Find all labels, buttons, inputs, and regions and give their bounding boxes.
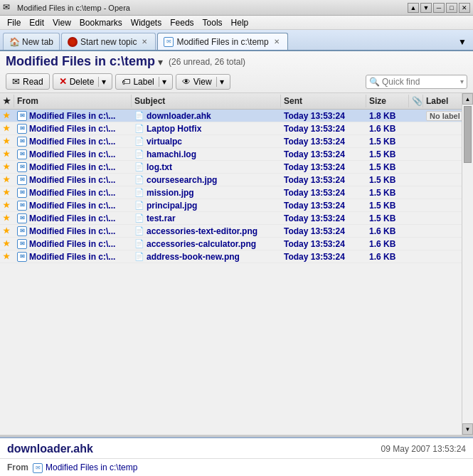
header-sent[interactable]: Sent bbox=[281, 95, 366, 107]
size-header-label: Size bbox=[369, 96, 386, 106]
search-dropdown-icon[interactable]: ▾ bbox=[460, 78, 464, 85]
subject-text: address-book-new.png bbox=[147, 252, 240, 262]
message-icon: ✉ bbox=[17, 162, 27, 172]
delete-label: Delete bbox=[70, 77, 95, 87]
search-input[interactable] bbox=[382, 77, 460, 87]
row-size-text: 1.8 KB bbox=[369, 111, 395, 121]
table-row[interactable]: ★ ✉Modified Files in c:\... 📄principal.j… bbox=[0, 199, 462, 212]
tab-new-tab[interactable]: 🏠 New tab bbox=[3, 33, 60, 50]
size-text: 1.6 KB bbox=[369, 252, 395, 262]
sent-text: Today 13:53:24 bbox=[284, 239, 345, 249]
row-from: ✉Modified Files in c:\... bbox=[14, 110, 132, 122]
header-attach[interactable]: 📎 bbox=[409, 95, 423, 107]
menu-view[interactable]: View bbox=[48, 16, 75, 29]
row-sent: Today 13:53:24 bbox=[281, 110, 366, 122]
header-size[interactable]: Size bbox=[366, 95, 409, 107]
table-row[interactable]: ★ ✉Modified Files in c:\... 📄Laptop Hotf… bbox=[0, 122, 462, 135]
from-header-label: From bbox=[17, 96, 38, 106]
message-icon: ✉ bbox=[17, 201, 27, 211]
no-label-text: No label bbox=[430, 112, 460, 120]
header-subject[interactable]: Subject bbox=[132, 95, 281, 107]
file-icon: 📄 bbox=[134, 137, 144, 146]
subject-text: test.rar bbox=[147, 213, 176, 223]
menu-widgets[interactable]: Widgets bbox=[127, 16, 166, 29]
from-text: Modified Files in c:\... bbox=[29, 124, 115, 134]
table-row[interactable]: ★ ✉Modified Files in c:\... 📄hamachi.log… bbox=[0, 148, 462, 161]
tab-modified-files-close[interactable]: ✕ bbox=[272, 37, 282, 47]
menu-feeds[interactable]: Feeds bbox=[166, 16, 198, 29]
delete-arrow-icon[interactable]: ▾ bbox=[98, 77, 106, 87]
tab-start-new-topic-close[interactable]: ✕ bbox=[139, 37, 149, 47]
sent-text: Today 13:53:24 bbox=[284, 162, 345, 172]
star-icon: ★ bbox=[3, 162, 10, 171]
sent-text: Today 13:53:24 bbox=[284, 149, 345, 159]
read-button[interactable]: ✉ Read bbox=[6, 73, 50, 90]
tab-modified-files-label: Modified Files in c:\temp bbox=[176, 37, 268, 47]
size-text: 1.5 KB bbox=[369, 175, 395, 185]
chevron-down-icon: ▼ bbox=[458, 37, 467, 47]
message-icon: ✉ bbox=[17, 226, 27, 236]
row-star: ★ bbox=[0, 110, 14, 121]
table-row[interactable]: ★ ✉Modified Files in c:\... 📄accessories… bbox=[0, 238, 462, 250]
sent-header-label: Sent bbox=[284, 96, 302, 106]
sent-text: Today 13:53:24 bbox=[284, 201, 345, 211]
menu-help[interactable]: Help bbox=[227, 16, 253, 29]
header-label[interactable]: Label bbox=[423, 95, 462, 107]
menu-tools[interactable]: Tools bbox=[198, 16, 227, 29]
file-icon: 📄 bbox=[134, 162, 144, 171]
scroll-down-icon[interactable]: ▼ bbox=[462, 423, 473, 435]
scroll-up-btn[interactable]: ▲ bbox=[408, 3, 419, 13]
preview-date: 09 May 2007 13:53:24 bbox=[381, 444, 466, 454]
size-text: 1.5 KB bbox=[369, 149, 395, 159]
page-title-arrow[interactable]: ▾ bbox=[158, 56, 163, 68]
table-row[interactable]: ★ ✉Modified Files in c:\... 📄mission.jpg… bbox=[0, 186, 462, 199]
sent-text: Today 13:53:24 bbox=[284, 137, 345, 147]
header-from[interactable]: From bbox=[14, 95, 132, 107]
scroll-down-btn[interactable]: ▼ bbox=[420, 3, 432, 13]
tab-start-new-topic[interactable]: Start new topic ✕ bbox=[61, 33, 156, 50]
size-text: 1.5 KB bbox=[369, 162, 395, 172]
read-label: Read bbox=[23, 77, 43, 87]
table-row[interactable]: ★ ✉Modified Files in c:\... 📄log.txt Tod… bbox=[0, 161, 462, 174]
row-sent-text: Today 13:53:24 bbox=[284, 111, 345, 121]
header-star[interactable]: ★ bbox=[0, 95, 14, 107]
table-row[interactable]: ★ ✉Modified Files in c:\... 📄accessories… bbox=[0, 225, 462, 238]
close-btn[interactable]: ✕ bbox=[459, 3, 470, 13]
message-icon: ✉ bbox=[17, 175, 27, 185]
row-from-text: Modified Files in c:\... bbox=[29, 111, 115, 121]
view-button[interactable]: 👁 View ▾ bbox=[176, 74, 230, 90]
tab-modified-files[interactable]: ✉ Modified Files in c:\temp ✕ bbox=[157, 33, 287, 50]
delete-button[interactable]: ✕ Delete ▾ bbox=[53, 73, 113, 90]
view-arrow-icon[interactable]: ▾ bbox=[216, 77, 224, 87]
table-row[interactable]: ★ ✉Modified Files in c:\... 📄coursesearc… bbox=[0, 174, 462, 186]
message-icon: ✉ bbox=[17, 111, 27, 121]
preview-from-row: From ✉ Modified Files in c:\temp bbox=[0, 459, 473, 476]
menu-bar: File Edit View Bookmarks Widgets Feeds T… bbox=[0, 16, 473, 30]
scroll-track[interactable] bbox=[462, 105, 473, 423]
label-arrow-icon[interactable]: ▾ bbox=[159, 77, 166, 87]
list-scrollbar: ▲ ▼ bbox=[462, 93, 473, 435]
from-text: Modified Files in c:\... bbox=[29, 149, 115, 159]
table-row[interactable]: ★ ✉Modified Files in c:\... 📄test.rar To… bbox=[0, 212, 462, 225]
file-icon: 📄 bbox=[134, 213, 144, 223]
table-row[interactable]: ★ ✉Modified Files in c:\... 📄address-boo… bbox=[0, 250, 462, 263]
menu-bookmarks[interactable]: Bookmarks bbox=[75, 16, 127, 29]
table-row[interactable]: ★ ✉Modified Files in c:\... 📄virtualpc T… bbox=[0, 135, 462, 148]
tab-dropdown-btn[interactable]: ▼ bbox=[455, 34, 470, 50]
maximize-btn[interactable]: □ bbox=[446, 3, 457, 13]
row-attach bbox=[409, 115, 423, 117]
preview-pane: downloader.ahk 09 May 2007 13:53:24 From… bbox=[0, 437, 473, 476]
star-icon: ★ bbox=[3, 188, 10, 197]
table-row[interactable]: ★ ✉Modified Files in c:\... 📄downloader.… bbox=[0, 110, 462, 122]
from-text: Modified Files in c:\... bbox=[29, 162, 115, 172]
star-icon: ★ bbox=[3, 149, 10, 159]
scroll-up-icon[interactable]: ▲ bbox=[462, 93, 473, 105]
menu-edit[interactable]: Edit bbox=[25, 16, 48, 29]
scroll-thumb[interactable] bbox=[464, 106, 472, 163]
minimize-btn[interactable]: ─ bbox=[433, 3, 445, 13]
home-icon: 🏠 bbox=[9, 37, 19, 47]
label-button[interactable]: 🏷 Label ▾ bbox=[115, 74, 172, 90]
menu-file[interactable]: File bbox=[3, 16, 25, 29]
preview-title: downloader.ahk bbox=[7, 443, 93, 455]
subject-text: virtualpc bbox=[147, 137, 182, 147]
